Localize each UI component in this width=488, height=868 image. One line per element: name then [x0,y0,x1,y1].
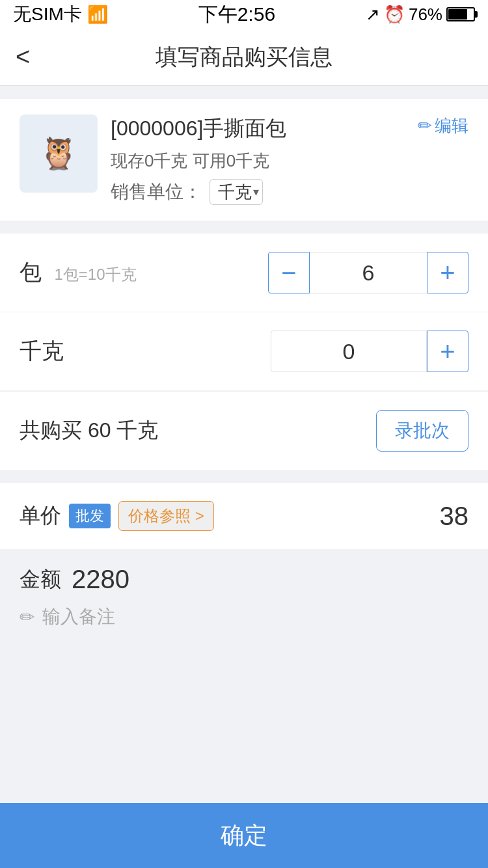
kg-row: 千克 + [0,312,488,391]
batch-tag: 批发 [69,504,111,528]
unit-select-wrapper[interactable]: 千克 [210,179,263,205]
input-section: 包 1包=10千克 − + 千克 + 共购买 60 千克 录批次 [0,234,488,470]
bao-increment-button[interactable]: + [427,252,468,293]
kg-input[interactable] [271,331,427,372]
confirm-button[interactable]: 确定 [0,803,488,868]
price-value: 38 [440,502,469,531]
price-label: 单价 [20,502,61,530]
summary-quantity: 60 [88,418,111,442]
status-bar: 无SIM卡 📶 下午2:56 ↗ ⏰ 76% [0,0,488,29]
remark-text: 输入备注 [42,604,115,629]
edit-button[interactable]: ✏ 编辑 [418,115,468,137]
amount-value: 2280 [72,565,129,594]
remark-icon: ✏ [20,606,34,628]
unit-select[interactable]: 千克 [210,179,263,205]
price-ref-button[interactable]: 价格参照 > [118,501,214,531]
price-row: 单价 批发 价格参照 > 38 [20,501,468,531]
summary-text: 共购买 60 千克 [20,416,158,445]
bao-label: 包 1包=10千克 [20,258,268,288]
remark-row[interactable]: ✏ 输入备注 [20,604,468,629]
back-button[interactable]: < [16,43,30,71]
product-name: [0000006]手撕面包 [111,115,468,143]
kg-increment-button[interactable]: + [427,331,468,372]
price-label-group: 单价 批发 价格参照 > [20,501,214,531]
status-time: 下午2:56 [198,1,275,28]
kg-qty-control: + [271,331,468,372]
bao-hint: 1包=10千克 [54,265,136,283]
product-stock: 现存0千克 可用0千克 [111,150,468,172]
edit-icon: ✏ [418,116,432,136]
product-image: 🦉 [20,115,98,193]
battery-icon [446,7,475,21]
bao-decrement-button[interactable]: − [268,252,310,293]
product-card: 🦉 [0000006]手撕面包 现存0千克 可用0千克 销售单位： 千克 ✏ 编… [0,99,488,221]
wifi-icon: 📶 [87,5,108,25]
amount-label: 金额 [20,565,61,594]
status-right: ↗ ⏰ 76% [366,5,475,25]
amount-row: 金额 2280 [20,565,468,594]
product-logo-icon: 🦉 [39,135,78,172]
bao-row: 包 1包=10千克 − + [0,234,488,312]
carrier-label: 无SIM卡 [13,2,82,27]
location-icon: ↗ [366,5,380,25]
kg-label: 千克 [20,336,271,366]
batch-button[interactable]: 录批次 [376,410,468,452]
price-section: 单价 批发 价格参照 > 38 [0,483,488,549]
unit-label: 销售单位： [111,180,202,204]
edit-label: 编辑 [435,115,468,137]
bao-input[interactable] [310,252,427,293]
product-unit-row: 销售单位： 千克 [111,179,468,205]
nav-bar: < 填写商品购买信息 [0,29,488,86]
alarm-icon: ⏰ [384,5,405,25]
product-info: [0000006]手撕面包 现存0千克 可用0千克 销售单位： 千克 [111,115,468,205]
status-left: 无SIM卡 📶 [13,2,108,27]
page-title: 填写商品购买信息 [156,42,332,72]
amount-section: 金额 2280 ✏ 输入备注 [0,549,488,642]
battery-percent: 76% [409,5,442,25]
summary-row: 共购买 60 千克 录批次 [0,391,488,470]
bao-qty-control: − + [268,252,468,293]
summary-unit: 千克 [116,418,158,442]
